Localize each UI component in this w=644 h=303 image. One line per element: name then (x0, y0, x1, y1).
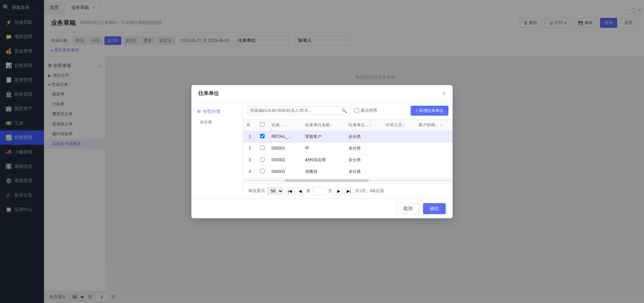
col-name: 往来单位名称 ↕ (302, 119, 345, 131)
row-category: 未分类 (345, 166, 382, 177)
modal-sidebar-all[interactable]: ⊞ 全部分类 (191, 106, 243, 117)
select-all-checkbox[interactable] (260, 122, 265, 127)
modal-table-area: 🔍 显示停用 + 新增往来单位 ⚙ (243, 102, 453, 199)
modal-pagination: 每页显示 50 |◀ ◀ 第 1 页 ▶ ▶| 共1页，4条记录 (243, 183, 453, 199)
modal-footer: 取消 确定 (191, 199, 453, 218)
modal-body: ⊞ 全部分类 未分类 🔍 显示停用 (191, 102, 453, 199)
row-code: RETAIL_... (268, 131, 302, 142)
modal-partner-table: ⚙ 往来... ↕ 往来单位名称 ↕ 往来单位... ↕ 分管人员 ↕ 客户价格… (243, 119, 453, 183)
show-disabled-label: 显示停用 (360, 108, 377, 114)
col-price: 客户价格... ↕ (415, 119, 453, 131)
row-manager (382, 142, 415, 154)
row-price (415, 142, 453, 154)
prev-page-button[interactable]: ◀ (296, 187, 304, 195)
row-category: 未分类 (345, 142, 382, 154)
grid-icon: ⊞ (197, 109, 201, 114)
row-price (415, 131, 453, 142)
modal-close-button[interactable]: × (442, 90, 446, 97)
col-manager: 分管人员 ↕ (382, 119, 415, 131)
row-code: 000002 (268, 154, 302, 166)
cancel-button[interactable]: 取消 (396, 203, 420, 214)
row-checkbox[interactable] (257, 154, 268, 166)
row-name: 甲 (302, 142, 345, 154)
search-icon: 🔍 (342, 108, 347, 113)
modal-title: 往来单位 (198, 90, 219, 97)
modal-sidebar: ⊞ 全部分类 未分类 (191, 102, 243, 199)
modal-header: 往来单位 × (191, 85, 453, 102)
last-page-button[interactable]: ▶| (345, 187, 353, 195)
row-manager (382, 131, 415, 142)
partner-search-input[interactable] (250, 108, 340, 113)
row-num: 2 (243, 142, 257, 154)
row-name: 张嘶得 (302, 166, 345, 177)
row-num: 3 (243, 154, 257, 166)
row-name: 零散客户 (302, 131, 345, 142)
next-page-button[interactable]: ▶ (334, 187, 343, 195)
horizontal-scrollbar[interactable] (243, 179, 453, 182)
row-checkbox[interactable] (257, 131, 268, 142)
table-header-row: ⚙ 往来... ↕ 往来单位名称 ↕ 往来单位... ↕ 分管人员 ↕ 客户价格… (243, 119, 453, 131)
row-num: 1 (243, 131, 257, 142)
show-disabled-checkbox[interactable] (354, 108, 359, 113)
col-code: 往来... ↕ (268, 119, 302, 131)
col-checkbox (257, 119, 268, 131)
row-name: 材料供应商 (302, 154, 345, 166)
row-code: 000003 (268, 166, 302, 177)
page-size-label: 每页显示 (248, 188, 265, 194)
partner-search-box[interactable]: 🔍 (247, 106, 350, 115)
show-disabled-toggle[interactable]: 显示停用 (354, 108, 377, 114)
row-checkbox[interactable] (257, 142, 268, 154)
table-row[interactable]: 2 000001 甲 未分类 (243, 142, 453, 154)
row-num: 4 (243, 166, 257, 177)
partner-modal: 往来单位 × ⊞ 全部分类 未分类 🔍 (191, 85, 453, 218)
modal-overlay[interactable]: 往来单位 × ⊞ 全部分类 未分类 🔍 (0, 0, 644, 303)
table-row[interactable]: 3 000002 材料供应商 未分类 (243, 154, 453, 166)
row-price (415, 166, 453, 177)
modal-sidebar-unclassified[interactable]: 未分类 (191, 117, 243, 127)
row-manager (382, 166, 415, 177)
modal-table-body: 1 RETAIL_... 零散客户 未分类 2 000001 甲 未分类 3 0… (243, 131, 453, 177)
row-price (415, 154, 453, 166)
modal-toolbar: 🔍 显示停用 + 新增往来单位 (243, 102, 453, 119)
total-records: 共1页，4条记录 (355, 188, 384, 194)
modal-page-size[interactable]: 50 (267, 187, 284, 195)
table-row[interactable]: 4 000003 张嘶得 未分类 (243, 166, 453, 177)
row-checkbox[interactable] (257, 166, 268, 177)
table-row[interactable]: 1 RETAIL_... 零散客户 未分类 (243, 131, 453, 142)
confirm-button[interactable]: 确定 (423, 203, 446, 214)
row-category: 未分类 (345, 131, 382, 142)
add-partner-button[interactable]: + 新增往来单位 (411, 106, 448, 116)
col-category: 往来单位... ↕ (345, 119, 382, 131)
row-code: 000001 (268, 142, 302, 154)
row-manager (382, 154, 415, 166)
page-suffix: 页 (328, 188, 332, 194)
first-page-button[interactable]: |◀ (286, 187, 294, 195)
col-settings: ⚙ (243, 119, 257, 131)
row-category: 未分类 (345, 154, 382, 166)
current-page-input[interactable]: 1 (312, 187, 326, 195)
page-label: 第 (306, 188, 310, 194)
